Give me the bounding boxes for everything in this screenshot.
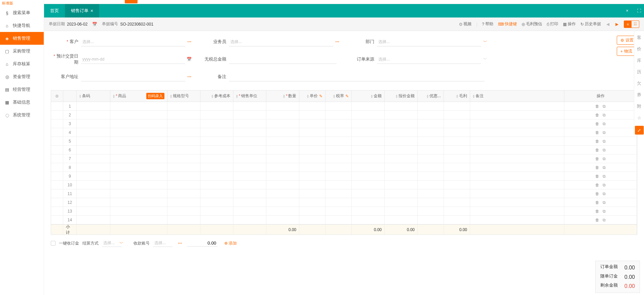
delete-icon[interactable]: 🗑 xyxy=(595,156,599,161)
cell[interactable] xyxy=(418,146,444,154)
cell[interactable] xyxy=(385,154,418,163)
cell[interactable] xyxy=(326,163,352,172)
cell[interactable] xyxy=(77,128,110,137)
cell[interactable] xyxy=(444,207,470,215)
sidebar-item-inventory[interactable]: ⌂库存核算 xyxy=(0,58,44,70)
sidebar-item-sales[interactable]: ◈销售管理 xyxy=(0,32,44,45)
cell[interactable] xyxy=(470,137,564,145)
cell[interactable] xyxy=(200,128,233,137)
copy-icon[interactable]: ⧉ xyxy=(603,130,606,135)
cell[interactable] xyxy=(233,189,266,198)
table-row[interactable]: 1🗑⧉ xyxy=(51,102,637,111)
cell[interactable] xyxy=(200,216,233,224)
cell[interactable] xyxy=(200,111,233,119)
cell[interactable] xyxy=(352,198,385,207)
delete-icon[interactable]: 🗑 xyxy=(595,174,599,179)
cell[interactable] xyxy=(352,172,385,180)
cell[interactable] xyxy=(51,163,63,172)
cell[interactable] xyxy=(77,137,110,145)
cell[interactable] xyxy=(51,172,63,180)
cell[interactable] xyxy=(299,198,326,207)
cell[interactable] xyxy=(110,154,167,163)
cell[interactable] xyxy=(385,181,418,189)
cell[interactable] xyxy=(352,181,385,189)
deposit-checkbox[interactable] xyxy=(51,241,55,246)
cell[interactable] xyxy=(167,119,200,128)
cell[interactable] xyxy=(167,198,200,207)
cell[interactable] xyxy=(326,198,352,207)
cell[interactable] xyxy=(352,163,385,172)
cell[interactable] xyxy=(299,119,326,128)
cell[interactable] xyxy=(167,137,200,145)
delete-icon[interactable]: 🗑 xyxy=(595,130,599,135)
cell[interactable] xyxy=(110,111,167,119)
cell[interactable] xyxy=(233,102,266,110)
cell[interactable] xyxy=(266,146,299,154)
cell[interactable] xyxy=(200,189,233,198)
cell[interactable] xyxy=(77,172,110,180)
delete-icon[interactable]: 🗑 xyxy=(595,200,599,205)
th-spec[interactable]: ▴▾规格型号 xyxy=(167,90,200,102)
cell[interactable] xyxy=(418,154,444,163)
cell[interactable] xyxy=(266,102,299,110)
cell[interactable] xyxy=(299,128,326,137)
print-link[interactable]: ⎙打印 xyxy=(547,21,558,27)
next-doc-icon[interactable]: ▶ xyxy=(615,22,619,27)
cell[interactable] xyxy=(200,163,233,172)
cell[interactable] xyxy=(51,137,63,145)
cell[interactable] xyxy=(233,111,266,119)
delete-icon[interactable]: 🗑 xyxy=(595,139,599,144)
calendar-icon[interactable]: 📅 xyxy=(92,22,97,27)
cell[interactable] xyxy=(418,163,444,172)
cell[interactable] xyxy=(326,207,352,215)
table-row[interactable]: 6🗑⧉ xyxy=(51,146,637,154)
cell[interactable] xyxy=(299,163,326,172)
cell[interactable] xyxy=(418,137,444,145)
cell[interactable] xyxy=(200,137,233,145)
rail-star-icon[interactable]: ☆ xyxy=(636,114,643,121)
cell[interactable] xyxy=(418,216,444,224)
table-row[interactable]: 13🗑⧉ xyxy=(51,207,637,216)
cell[interactable] xyxy=(167,146,200,154)
cell[interactable] xyxy=(110,102,167,110)
th-quote-amount[interactable]: ▴▾报价金额 xyxy=(385,90,418,102)
cell[interactable] xyxy=(470,128,564,137)
cell[interactable] xyxy=(266,163,299,172)
cell[interactable] xyxy=(385,198,418,207)
th-discount[interactable]: ▴▾优惠... xyxy=(418,90,444,102)
table-row[interactable]: 8🗑⧉ xyxy=(51,163,637,172)
cell[interactable] xyxy=(470,181,564,189)
cell[interactable] xyxy=(167,181,200,189)
cell[interactable] xyxy=(326,119,352,128)
edit-icon[interactable]: ✎ xyxy=(345,94,349,99)
cell[interactable] xyxy=(470,172,564,180)
cell[interactable] xyxy=(77,154,110,163)
copy-icon[interactable]: ⧉ xyxy=(603,218,606,222)
cell[interactable] xyxy=(167,207,200,215)
cell[interactable] xyxy=(470,146,564,154)
copy-icon[interactable]: ⧉ xyxy=(603,200,606,205)
cell[interactable] xyxy=(110,207,167,215)
topbar-orange-button[interactable] xyxy=(125,0,138,3)
copy-icon[interactable]: ⧉ xyxy=(603,139,606,144)
cell[interactable] xyxy=(77,189,110,198)
list-view-button[interactable]: ☷ xyxy=(632,21,639,28)
cell[interactable] xyxy=(385,111,418,119)
cell[interactable] xyxy=(352,207,385,215)
address-input[interactable] xyxy=(81,72,185,81)
cell[interactable] xyxy=(326,189,352,198)
sidebar-item-funds[interactable]: ◎资金管理 xyxy=(0,70,44,83)
prev-doc-icon[interactable]: ◀ xyxy=(606,22,610,27)
cell[interactable] xyxy=(200,146,233,154)
sidebar-item-purchase[interactable]: ▢采购管理 xyxy=(0,45,44,58)
cell[interactable] xyxy=(167,172,200,180)
copy-icon[interactable]: ⧉ xyxy=(603,209,606,214)
cell[interactable] xyxy=(385,119,418,128)
cell[interactable] xyxy=(299,216,326,224)
cell[interactable] xyxy=(299,154,326,163)
cell[interactable] xyxy=(233,198,266,207)
cell[interactable] xyxy=(326,102,352,110)
cell[interactable] xyxy=(51,119,63,128)
copy-icon[interactable]: ⧉ xyxy=(603,165,606,170)
cell[interactable] xyxy=(77,163,110,172)
